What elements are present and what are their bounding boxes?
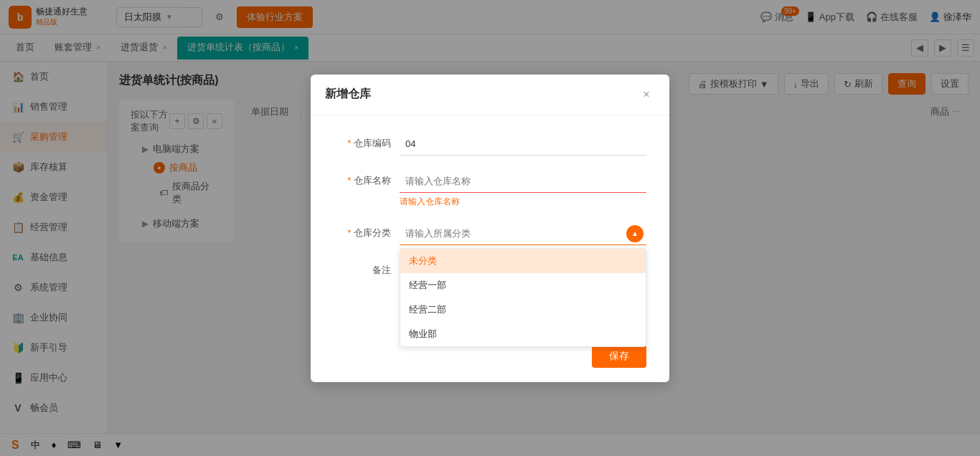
warehouse-category-row: 仓库分类 ▲ 未分类 经营一部 经营二部 物业部	[334, 222, 646, 245]
warehouse-category-input[interactable]	[400, 222, 646, 245]
category-dropdown-list: 未分类 经营一部 经营二部 物业部	[400, 248, 646, 347]
category-label: 仓库分类	[334, 222, 391, 239]
category-dropdown-toggle[interactable]: ▲	[626, 225, 644, 242]
modal-header: 新增仓库 ×	[311, 75, 669, 115]
category-field-wrapper: ▲ 未分类 经营一部 经营二部 物业部	[400, 222, 646, 245]
modal-title: 新增仓库	[325, 87, 371, 102]
modal-body: 仓库编码 仓库名称 请输入仓库名称 仓库分类 ▲	[311, 115, 669, 336]
name-field-wrapper: 请输入仓库名称	[400, 170, 646, 208]
category-select-wrapper: ▲	[400, 222, 646, 245]
remark-label: 备注	[334, 260, 391, 277]
code-label: 仓库编码	[334, 133, 391, 150]
name-label: 仓库名称	[334, 170, 391, 187]
modal-overlay: 新增仓库 × 仓库编码 仓库名称 请输入仓库名称 仓库分类	[0, 0, 980, 456]
modal-close-button[interactable]: ×	[638, 86, 655, 103]
warehouse-name-row: 仓库名称 请输入仓库名称	[334, 170, 646, 208]
dropdown-item-property[interactable]: 物业部	[400, 322, 646, 346]
code-field-wrapper	[400, 133, 646, 156]
save-button[interactable]: 保存	[592, 345, 646, 368]
dropdown-item-dept2[interactable]: 经营二部	[400, 298, 646, 322]
warehouse-code-input[interactable]	[400, 133, 646, 156]
warehouse-name-input[interactable]	[400, 170, 646, 193]
dropdown-item-uncategorized[interactable]: 未分类	[400, 249, 646, 273]
warehouse-code-row: 仓库编码	[334, 133, 646, 156]
dropdown-item-dept1[interactable]: 经营一部	[400, 273, 646, 298]
new-warehouse-modal: 新增仓库 × 仓库编码 仓库名称 请输入仓库名称 仓库分类	[311, 75, 669, 382]
name-error-message: 请输入仓库名称	[400, 196, 646, 208]
